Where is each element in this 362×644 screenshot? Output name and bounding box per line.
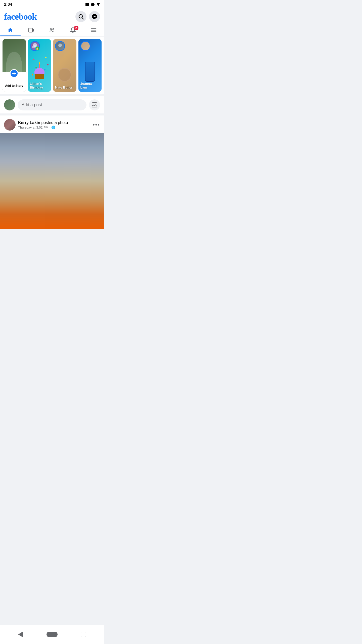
battery-icon: [85, 3, 89, 6]
add-post-input[interactable]: Add a post: [18, 99, 86, 110]
svg-point-5: [53, 29, 54, 30]
search-icon: [78, 14, 84, 20]
feed-post: Kerry Lakin posted a photo Thursday at 3…: [0, 115, 104, 229]
post-author-line: Kerry Lakin posted a photo: [18, 120, 68, 125]
confetti-dot: [33, 59, 34, 60]
confetti-dot: [44, 69, 46, 70]
birthday-cake-icon: 🎂: [35, 46, 40, 51]
confetti-dot: [35, 67, 37, 68]
add-photo-button[interactable]: [89, 99, 100, 110]
status-icons: [85, 3, 100, 6]
post-header: Kerry Lakin posted a photo Thursday at 3…: [0, 115, 104, 133]
messenger-button[interactable]: [89, 11, 100, 22]
post-box: Add a post: [0, 96, 104, 113]
menu-icon: [91, 27, 97, 33]
post-author-info: Kerry Lakin posted a photo Thursday at 3…: [4, 119, 68, 131]
signal-icon: [91, 3, 95, 6]
nate-story-name: Nate Butler: [55, 86, 74, 89]
add-story-card[interactable]: Add to Story: [3, 39, 26, 92]
post-author-name: Kerry Lakin: [18, 120, 40, 125]
post-input-placeholder: Add a post: [22, 102, 42, 107]
notification-badge: 2: [74, 26, 78, 30]
main-nav: 2: [0, 24, 104, 36]
svg-point-12: [93, 104, 94, 104]
nate-story-visual: [58, 68, 72, 82]
groups-icon: [49, 27, 55, 33]
home-icon: [7, 27, 13, 33]
confetti-dot: [47, 64, 49, 65]
add-story-label: Add to Story: [5, 84, 23, 88]
joanna-drink: [85, 62, 95, 82]
nav-notifications[interactable]: 2: [62, 24, 83, 36]
post-more-button[interactable]: •••: [93, 122, 100, 128]
svg-rect-2: [29, 28, 32, 32]
post-image: [0, 133, 104, 229]
post-meta-dot: ·: [50, 126, 51, 129]
status-bar: 2:04: [0, 0, 104, 9]
stories-container: Add to Story 🎂: [0, 36, 104, 94]
cupcake: [34, 62, 44, 79]
photo-icon: [92, 102, 98, 108]
messenger-icon: [92, 14, 98, 20]
story-nate[interactable]: Nate Butler: [53, 39, 76, 92]
nav-menu[interactable]: [83, 24, 104, 36]
confetti-dot: [45, 57, 47, 58]
post-action-text: posted a photo: [41, 120, 68, 125]
svg-point-4: [51, 28, 52, 30]
facebook-logo: facebook: [4, 11, 37, 22]
joanna-avatar: [80, 41, 90, 51]
search-button[interactable]: [75, 11, 86, 22]
header-actions: [75, 11, 100, 22]
joanna-story-name: Joanna Lam: [80, 82, 100, 89]
user-avatar: [4, 99, 15, 110]
status-time: 2:04: [4, 2, 12, 7]
nav-home[interactable]: [0, 24, 21, 36]
kerry-avatar[interactable]: [4, 119, 16, 131]
nate-avatar: [55, 41, 65, 51]
story-joanna[interactable]: Joanna Lam: [78, 39, 102, 92]
plus-icon: [12, 71, 16, 75]
story-lillian[interactable]: 🎂 Lillian's Birthday: [28, 39, 51, 92]
svg-line-1: [82, 18, 84, 19]
network-icon: [97, 3, 100, 6]
post-time: Thursday at 3:02 PM: [18, 126, 49, 129]
video-icon: [28, 27, 34, 33]
nav-video[interactable]: [21, 24, 42, 36]
add-story-plus-button[interactable]: [10, 69, 18, 78]
confetti-dot: [32, 74, 33, 75]
privacy-icon: 🌐: [51, 126, 55, 129]
lillian-story-name: Lillian's Birthday: [30, 82, 49, 89]
header: facebook: [0, 9, 104, 24]
post-author-text: Kerry Lakin posted a photo Thursday at 3…: [18, 120, 68, 129]
svg-rect-11: [92, 103, 97, 107]
post-meta: Thursday at 3:02 PM · 🌐: [18, 126, 68, 129]
nav-groups[interactable]: [42, 24, 63, 36]
